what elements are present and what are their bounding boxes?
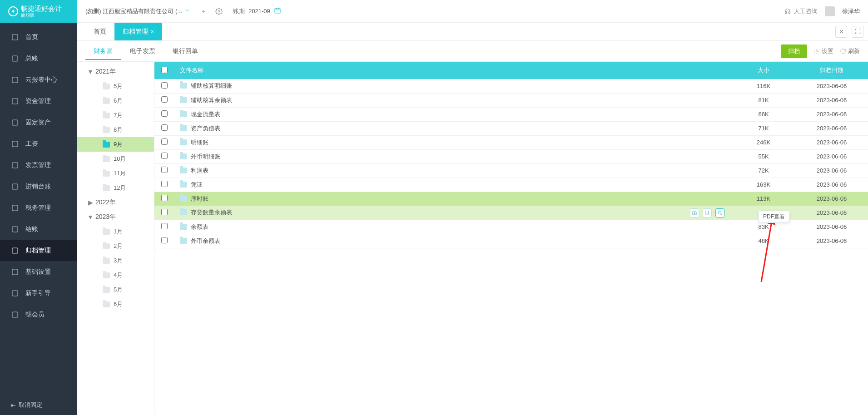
download-excel-icon[interactable] [690, 208, 699, 217]
folder-icon [103, 84, 110, 89]
folder-icon [103, 113, 110, 119]
sidebar-item-1[interactable]: 总账 [0, 48, 77, 69]
sidebar-item-5[interactable]: 工资 [0, 133, 77, 154]
tooltip-pdf-view: PDF查看 [758, 211, 790, 223]
sidebar-item-13[interactable]: 畅会员 [0, 304, 77, 325]
tree-month[interactable]: 12月 [77, 181, 154, 195]
plus-icon[interactable]: ＋ [199, 7, 208, 15]
tree-month[interactable]: 7月 [77, 108, 154, 123]
avatar[interactable] [825, 6, 835, 16]
sidebar-item-7[interactable]: 进销台账 [0, 176, 77, 197]
tree-month[interactable]: 1月 [77, 224, 154, 239]
subtab-2[interactable]: 银行回单 [164, 43, 206, 60]
sidebar-item-10[interactable]: 归档管理 [0, 240, 77, 261]
tree-year[interactable]: ▼2023年 [77, 210, 154, 224]
view-pdf-icon[interactable] [715, 208, 724, 217]
sidebar-item-12[interactable]: 新手引导 [0, 282, 77, 304]
tree-month[interactable]: 6月 [77, 94, 154, 108]
cell-name: 外币明细账 [174, 149, 732, 163]
row-checkbox[interactable] [161, 110, 168, 117]
tree-month[interactable]: 6月 [77, 297, 154, 311]
col-checkbox [154, 62, 174, 79]
cell-name: 辅助核算明细账 [174, 79, 732, 93]
folder-icon [103, 142, 110, 148]
folder-icon [180, 238, 187, 244]
year-tree: ▼2021年5月6月7月8月9月10月11月12月▶2022年▼2023年1月2… [77, 62, 154, 415]
company-selector[interactable]: (勿删) 江西服宝精品有限责任公司 (... ﹀ [85, 7, 190, 15]
svg-point-16 [816, 50, 818, 52]
archive-button[interactable]: 归档 [781, 44, 807, 58]
settings-button[interactable]: 设置 [813, 47, 833, 55]
brand-logo: ✦ 畅捷通好会计 旗舰版 [0, 0, 77, 23]
gear-icon[interactable] [215, 7, 223, 15]
refresh-button[interactable]: 刷新 [840, 47, 860, 55]
sidebar-item-8[interactable]: 税务管理 [0, 197, 77, 218]
tree-month[interactable]: 2月 [77, 239, 154, 253]
tree-year[interactable]: ▼2021年 [77, 64, 154, 79]
sidebar-item-6[interactable]: 发票管理 [0, 154, 77, 176]
table-row[interactable]: 外币余额表48K2023-06-06 [154, 234, 868, 248]
cell-size: 55K [732, 149, 795, 163]
cell-date: 2023-06-06 [795, 192, 868, 206]
row-checkbox[interactable] [161, 237, 168, 243]
cell-size: 116K [732, 79, 795, 93]
refresh-label: 刷新 [848, 47, 860, 55]
sidebar-item-9[interactable]: 结账 [0, 218, 77, 240]
table-row[interactable]: 凭证163K2023-06-06 [154, 178, 868, 192]
table-row[interactable]: 序时账113K2023-06-06 [154, 192, 868, 206]
sidebar-item-3[interactable]: 资金管理 [0, 90, 77, 112]
table-row[interactable]: 辅助核算余额表81K2023-06-06 [154, 93, 868, 107]
fullscreen-icon[interactable]: ⛶ [852, 26, 863, 38]
nav-icon [11, 140, 19, 148]
tree-month[interactable]: 4月 [77, 268, 154, 282]
row-checkbox[interactable] [161, 138, 168, 145]
row-checkbox[interactable] [161, 96, 168, 103]
row-checkbox[interactable] [161, 195, 168, 201]
table-row[interactable]: 外币明细账55K2023-06-06 [154, 149, 868, 163]
sidebar-item-0[interactable]: 首页 [0, 26, 77, 48]
tree-year[interactable]: ▶2022年 [77, 195, 154, 210]
tab-close-all[interactable]: ✕ [835, 26, 847, 38]
row-checkbox[interactable] [161, 209, 168, 215]
table-row[interactable]: 辅助核算明细账116K2023-06-06 [154, 79, 868, 93]
close-icon[interactable]: × [151, 29, 154, 35]
svg-rect-9 [12, 227, 18, 232]
download-pdf-icon[interactable] [703, 208, 712, 217]
row-checkbox[interactable] [161, 124, 168, 131]
tab-archive[interactable]: 归档管理 × [114, 23, 162, 40]
tree-month[interactable]: 11月 [77, 166, 154, 181]
folder-icon [103, 171, 110, 177]
table-row[interactable]: 现金流量表66K2023-06-06 [154, 107, 868, 121]
tree-month[interactable]: 9月 [77, 137, 154, 152]
username[interactable]: 徐泽华 [842, 7, 860, 15]
consult-button[interactable]: 人工咨询 [784, 7, 818, 15]
table-row[interactable]: 明细账246K2023-06-06 [154, 135, 868, 149]
row-checkbox[interactable] [161, 153, 168, 159]
table-row[interactable]: 资产负债表71K2023-06-06 [154, 121, 868, 135]
tree-month[interactable]: 8月 [77, 123, 154, 137]
sidebar-item-2[interactable]: 云报表中心 [0, 69, 77, 90]
checkbox-all[interactable] [161, 67, 168, 73]
svg-rect-2 [12, 77, 18, 83]
folder-icon [180, 125, 187, 131]
tab-home[interactable]: 首页 [85, 23, 114, 40]
sidebar-item-4[interactable]: 固定资产 [0, 112, 77, 133]
cell-date: 2023-06-06 [795, 163, 868, 178]
subtab-0[interactable]: 财务账 [85, 43, 121, 60]
subtab-1[interactable]: 电子发票 [122, 43, 164, 60]
tree-month[interactable]: 3月 [77, 253, 154, 268]
row-checkbox[interactable] [161, 223, 168, 229]
sidebar-item-11[interactable]: 基础设置 [0, 261, 77, 282]
row-checkbox[interactable] [161, 82, 168, 89]
tree-month[interactable]: 5月 [77, 282, 154, 297]
tree-month[interactable]: 5月 [77, 79, 154, 94]
sidebar-unpin[interactable]: ⇤ 取消固定 [0, 395, 77, 415]
topbar: (勿删) 江西服宝精品有限责任公司 (... ﹀ ＋ 账期 2021-09 人工… [77, 0, 868, 23]
tree-month[interactable]: 10月 [77, 152, 154, 166]
table-row[interactable]: 利润表72K2023-06-06 [154, 163, 868, 178]
cell-name: 辅助核算余额表 [174, 93, 732, 107]
row-checkbox[interactable] [161, 181, 168, 187]
calendar-icon[interactable] [274, 7, 281, 15]
period-value[interactable]: 2021-09 [248, 8, 270, 15]
row-checkbox[interactable] [161, 167, 168, 173]
